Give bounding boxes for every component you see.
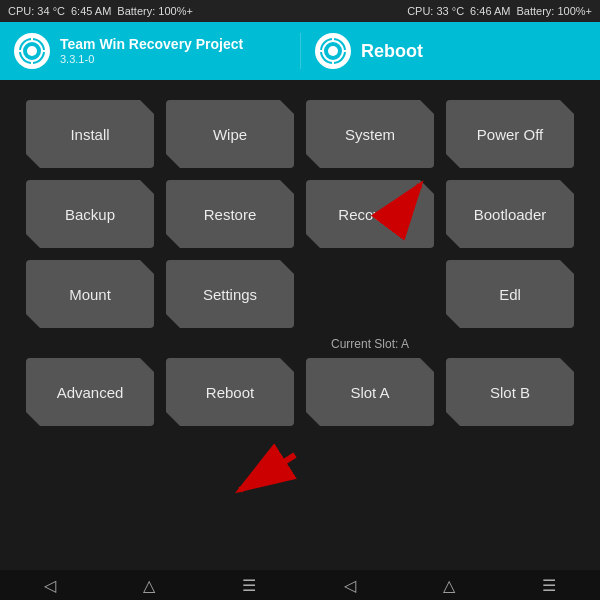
battery-left: Battery: 100%+: [117, 5, 193, 17]
cpu-left: CPU: 34 °C: [8, 5, 65, 17]
svg-point-9: [328, 46, 338, 56]
edl-button[interactable]: Edl: [446, 260, 574, 328]
header: Team Win Recovery Project 3.3.1-0 Reboot: [0, 22, 600, 80]
mount-button[interactable]: Mount: [26, 260, 154, 328]
time-left: 6:45 AM: [71, 5, 111, 17]
app-title: Team Win Recovery Project: [60, 36, 243, 53]
time-right: 6:46 AM: [470, 5, 510, 17]
settings-button[interactable]: Settings: [166, 260, 294, 328]
recovery-button[interactable]: Recovery: [306, 180, 434, 248]
header-right: Reboot: [300, 33, 600, 69]
advanced-button[interactable]: Advanced: [26, 358, 154, 426]
menu-icon-left[interactable]: ☰: [242, 576, 256, 595]
battery-right: Battery: 100%+: [516, 5, 592, 17]
back-icon-right[interactable]: ◁: [344, 576, 356, 595]
logo-right: [315, 33, 351, 69]
status-bar: CPU: 34 °C 6:45 AM Battery: 100%+ CPU: 3…: [0, 0, 600, 22]
main-area: Install Wipe System Power Off Backup Res…: [0, 80, 600, 570]
system-button[interactable]: System: [306, 100, 434, 168]
restore-button[interactable]: Restore: [166, 180, 294, 248]
empty-cell-3: [306, 260, 434, 328]
slotb-button[interactable]: Slot B: [446, 358, 574, 426]
cpu-right: CPU: 33 °C: [407, 5, 464, 17]
header-title-left: Team Win Recovery Project 3.3.1-0: [60, 36, 243, 66]
nav-bar: ◁ △ ☰ ◁ △ ☰: [0, 570, 600, 600]
bootloader-button[interactable]: Bootloader: [446, 180, 574, 248]
menu-icon-right[interactable]: ☰: [542, 576, 556, 595]
home-icon-right[interactable]: △: [443, 576, 455, 595]
install-button[interactable]: Install: [26, 100, 154, 168]
header-left: Team Win Recovery Project 3.3.1-0: [0, 33, 300, 69]
grid-row-3: Mount Settings Edl: [16, 260, 584, 328]
grid-row-1: Install Wipe System Power Off: [16, 100, 584, 168]
back-icon-left[interactable]: ◁: [44, 576, 56, 595]
section-title: Reboot: [361, 41, 423, 62]
status-left: CPU: 34 °C 6:45 AM Battery: 100%+: [8, 5, 193, 17]
grid-row-2: Backup Restore Recovery Bootloader: [16, 180, 584, 248]
wipe-button[interactable]: Wipe: [166, 100, 294, 168]
current-slot-label: Current Slot: A: [306, 334, 434, 352]
poweroff-button[interactable]: Power Off: [446, 100, 574, 168]
slota-button[interactable]: Slot A: [306, 358, 434, 426]
backup-button[interactable]: Backup: [26, 180, 154, 248]
reboot-button[interactable]: Reboot: [166, 358, 294, 426]
grid-row-4: Advanced Reboot Slot A Slot B: [16, 358, 584, 426]
app-version: 3.3.1-0: [60, 53, 243, 66]
logo-left: [14, 33, 50, 69]
home-icon-left[interactable]: △: [143, 576, 155, 595]
status-right: CPU: 33 °C 6:46 AM Battery: 100%+: [407, 5, 592, 17]
slot-label-row: Current Slot: A: [16, 334, 584, 352]
svg-point-2: [27, 46, 37, 56]
